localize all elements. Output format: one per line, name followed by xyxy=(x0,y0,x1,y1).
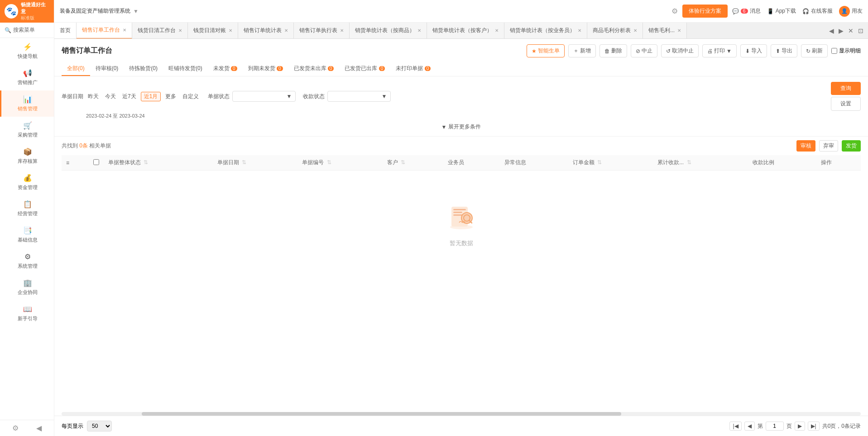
tab-sales-stat[interactable]: 销售订单统计表 ✕ xyxy=(238,23,294,39)
next-page-btn[interactable]: ▶ xyxy=(795,422,805,431)
ship-btn[interactable]: 发货 xyxy=(842,140,861,152)
import-btn[interactable]: ⬇ 导入 xyxy=(740,44,767,57)
new-btn[interactable]: ＋ 新增 xyxy=(568,44,596,57)
select-all-checkbox[interactable] xyxy=(93,159,99,165)
smart-gen-btn[interactable]: ★ 智能生单 xyxy=(527,44,565,57)
sub-tab-all[interactable]: 全部(0) xyxy=(62,62,90,76)
sidebar-search[interactable]: 🔍 搜索菜单 xyxy=(0,23,54,38)
sub-tab-not-printed[interactable]: 未打印单据 0 xyxy=(390,62,436,76)
date-opt-today[interactable]: 今天 xyxy=(103,92,118,101)
payment-select[interactable]: ▼ xyxy=(327,91,391,102)
tab-close-icon[interactable]: ✕ xyxy=(229,28,232,33)
set-btn[interactable]: 设置 xyxy=(831,97,861,111)
sub-tab-shipped-not-out[interactable]: 已发货未出库 0 xyxy=(288,62,340,76)
topbar-user[interactable]: 👤 用友 xyxy=(839,6,863,17)
tab-close-icon[interactable]: ✕ xyxy=(677,28,681,33)
sort-icon[interactable]: ⇅ xyxy=(242,159,246,166)
topbar-online-service[interactable]: 🎧 在线客服 xyxy=(802,7,833,15)
tab-sales-order-close[interactable]: ✕ xyxy=(123,28,126,33)
sub-tab-pending-review[interactable]: 待审核(0) xyxy=(90,62,124,76)
tab-close-icon[interactable]: ✕ xyxy=(417,28,421,33)
sort-icon[interactable]: ⇅ xyxy=(144,159,148,166)
refresh-btn[interactable]: ↻ 刷新 xyxy=(801,44,828,57)
tab-sales-sum-staff[interactable]: 销货单统计表（按业务员） ✕ xyxy=(504,23,587,39)
export-btn[interactable]: ⬆ 导出 xyxy=(771,44,797,57)
trial-btn[interactable]: 体验行业方案 xyxy=(682,5,728,18)
show-detail-toggle[interactable]: 显示明细 xyxy=(831,47,861,55)
tab-close-icon[interactable]: ✕ xyxy=(578,28,581,33)
tab-cash-goods[interactable]: 钱货日清对账 ✕ xyxy=(188,23,238,39)
date-opt-more[interactable]: 更多 xyxy=(163,92,178,101)
sidebar-item-sales[interactable]: 📊 销售管理 xyxy=(0,90,54,117)
sub-tab-overdue[interactable]: 到期未发货 0 xyxy=(243,62,288,76)
horizontal-scrollbar[interactable] xyxy=(62,412,861,416)
sidebar-item-purchase[interactable]: 🛒 采购管理 xyxy=(0,117,54,143)
not-printed-badge: 0 xyxy=(425,66,431,71)
sort-icon[interactable]: ⇅ xyxy=(401,159,405,166)
sidebar-item-inventory[interactable]: 📦 库存核算 xyxy=(0,143,54,169)
pause-icon: ⊘ xyxy=(636,48,640,54)
sort-icon[interactable]: ⇅ xyxy=(597,159,602,166)
date-opt-recent7[interactable]: 近7天 xyxy=(120,92,138,101)
tab-sales-order[interactable]: 销售订单工作台 ✕ xyxy=(77,23,132,39)
sort-icon[interactable]: ⇅ xyxy=(327,159,331,166)
tab-nav-prev[interactable]: ◀ xyxy=(827,26,836,35)
tab-close-icon[interactable]: ✕ xyxy=(178,28,182,33)
sidebar-collapse-btn[interactable]: ◀ xyxy=(36,424,42,432)
tab-home[interactable]: 首页 xyxy=(54,23,77,39)
tab-sales-sum-product[interactable]: 销货单统计表（按商品） ✕ xyxy=(350,23,427,39)
sidebar-item-basic-info[interactable]: 📑 基础信息 xyxy=(0,222,54,248)
tab-cash-clear[interactable]: 钱货日清工作台 ✕ xyxy=(132,23,188,39)
tab-sales-more[interactable]: 销售毛利... ✕ xyxy=(643,23,687,39)
page-input[interactable] xyxy=(766,422,784,431)
sub-tab-not-shipped[interactable]: 未发货 0 xyxy=(208,62,243,76)
sort-icon[interactable]: ⇅ xyxy=(687,159,691,166)
sub-tab-wangpu[interactable]: 旺铺待发货(0) xyxy=(163,62,208,76)
date-opt-month1[interactable]: 近1月 xyxy=(141,92,161,101)
tab-nav-close-all[interactable]: ✕ xyxy=(846,26,855,35)
payment-label: 收款状态 xyxy=(303,93,325,100)
sidebar-item-system[interactable]: ⚙ 系统管理 xyxy=(0,248,54,274)
tab-nav-next[interactable]: ▶ xyxy=(837,26,845,35)
print-btn[interactable]: 🖨 打印 ▼ xyxy=(702,44,737,57)
sidebar-item-marketing[interactable]: 📢 营销推广 xyxy=(0,64,54,90)
tab-close-icon[interactable]: ✕ xyxy=(340,28,344,33)
topbar-app-download[interactable]: 📱 App下载 xyxy=(767,7,796,15)
review-btn[interactable]: 审核 xyxy=(796,140,815,152)
tab-close-icon[interactable]: ✕ xyxy=(495,28,499,33)
date-opt-yesterday[interactable]: 昨天 xyxy=(86,92,101,101)
first-page-btn[interactable]: |◀ xyxy=(729,422,741,431)
date-opt-custom[interactable]: 自定义 xyxy=(181,92,201,101)
tab-sales-sum-customer[interactable]: 销货单统计表（按客户） ✕ xyxy=(427,23,504,39)
expand-filter-btn[interactable]: ▼ 展开更多条件 xyxy=(62,123,861,131)
sidebar-item-quick-nav[interactable]: ⚡ 快捷导航 xyxy=(0,38,54,64)
query-btn[interactable]: 查询 xyxy=(831,82,861,95)
sidebar-settings-btn[interactable]: ⚙ xyxy=(12,424,19,432)
sidebar-item-enterprise[interactable]: 🏢 企业协同 xyxy=(0,274,54,300)
delete-btn[interactable]: 🗑 删除 xyxy=(599,44,627,57)
sidebar-item-guide[interactable]: 📖 新手引导 xyxy=(0,300,54,327)
sidebar-search-label: 搜索菜单 xyxy=(13,26,35,34)
tab-sales-exec[interactable]: 销售订单执行表 ✕ xyxy=(294,23,350,39)
last-page-btn[interactable]: ▶| xyxy=(808,422,820,431)
sidebar-item-operation[interactable]: 📋 经营管理 xyxy=(0,195,54,222)
tab-nav-expand[interactable]: ⊡ xyxy=(856,26,865,35)
per-page-select[interactable]: 10 20 50 100 xyxy=(87,421,112,431)
tab-close-icon[interactable]: ✕ xyxy=(633,28,637,33)
sidebar-item-label: 系统管理 xyxy=(18,263,38,270)
sub-tab-pending-check[interactable]: 待拣验货(0) xyxy=(124,62,163,76)
un-review-btn[interactable]: 弃审 xyxy=(819,140,838,152)
pause-btn[interactable]: ⊘ 中止 xyxy=(631,44,657,57)
status-select[interactable]: ▼ xyxy=(232,91,296,102)
topbar-settings-btn[interactable]: ⚙ xyxy=(671,7,678,15)
cancel-pause-btn[interactable]: ↺ 取消中止 xyxy=(661,44,699,57)
topbar-message[interactable]: 💬 6 消息 xyxy=(732,7,761,15)
scrollbar-thumb[interactable] xyxy=(142,412,621,416)
sidebar-item-finance[interactable]: 💰 资金管理 xyxy=(0,169,54,195)
tab-goods-margin[interactable]: 商品毛利分析表 ✕ xyxy=(587,23,643,39)
show-detail-checkbox[interactable] xyxy=(831,48,837,54)
sub-tab-shipped-out[interactable]: 已发货已出库 0 xyxy=(339,62,390,76)
prev-page-btn[interactable]: ◀ xyxy=(744,422,755,431)
tab-close-icon[interactable]: ✕ xyxy=(284,28,288,33)
topbar-dropdown-icon[interactable]: ▼ xyxy=(133,8,139,14)
